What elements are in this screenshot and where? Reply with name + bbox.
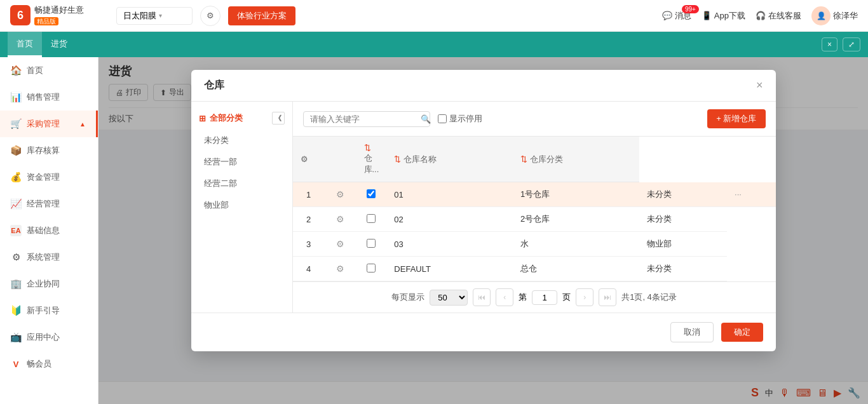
row-gear-icon[interactable]: ⚙ — [336, 189, 344, 199]
close-window-button[interactable]: × — [822, 37, 837, 51]
logo-icon: 6 — [10, 5, 31, 25]
th-name: ⇅ 仓库名称 — [386, 137, 513, 182]
sidebar-item-member[interactable]: V 畅会员 — [0, 351, 98, 377]
modal-footer: 取消 确定 — [191, 313, 776, 351]
nav-tab-home[interactable]: 首页 — [8, 32, 42, 57]
add-warehouse-button[interactable]: + 新增仓库 — [707, 109, 765, 128]
table-row[interactable]: 3 ⚙ 03 水 物业部 — [293, 232, 776, 257]
table-row[interactable]: 1 ⚙ 01 1号仓库 未分类 ··· — [293, 182, 776, 207]
message-item[interactable]: 💬 消息 99+ — [662, 10, 691, 22]
row-checkbox-cell — [356, 182, 387, 207]
more-icon[interactable]: ··· — [735, 189, 742, 199]
table-scroll: ⚙ ⇅ 仓库... ⇅ — [293, 137, 776, 281]
sidebar-label-home: 首页 — [27, 65, 43, 76]
row-gear-icon[interactable]: ⚙ — [336, 239, 344, 249]
sidebar-label-sales: 销售管理 — [27, 91, 60, 103]
row-code: 03 — [386, 232, 513, 257]
chevron-down-icon: ▾ — [159, 12, 162, 19]
sort-icon: ⇅ — [364, 143, 371, 152]
row-gear-icon[interactable]: ⚙ — [336, 214, 344, 224]
page-input[interactable] — [532, 290, 557, 305]
store-selector[interactable]: 日太阳膜 ▾ — [116, 7, 193, 25]
nav-tab-purchase[interactable]: 进货 — [42, 32, 76, 57]
row-code: 01 — [386, 182, 513, 207]
next-page-button[interactable]: › — [576, 288, 593, 306]
cancel-button[interactable]: 取消 — [670, 322, 714, 342]
category-item-dept1[interactable]: 经营一部 — [191, 151, 292, 173]
warehouse-table: ⚙ ⇅ 仓库... ⇅ — [293, 137, 776, 281]
row-name: 2号仓库 — [513, 207, 639, 232]
sidebar-item-home[interactable]: 🏠 首页 — [0, 57, 98, 84]
th-gear: ⚙ — [293, 137, 325, 182]
logo-tag: 精品版 — [34, 17, 58, 25]
sidebar-item-management[interactable]: 📈 经营管理 — [0, 191, 98, 217]
last-page-button[interactable]: ⏭ — [599, 288, 616, 306]
sidebar-item-finance[interactable]: 💰 资金管理 — [0, 164, 98, 191]
search-icon[interactable]: 🔍 — [421, 114, 431, 124]
inventory-icon: 📦 — [10, 145, 22, 156]
sidebar-item-basic-info[interactable]: EA 基础信息 — [0, 217, 98, 244]
sidebar-label-system: 系统管理 — [27, 252, 60, 263]
modal-body: ⊞ 全部分类 《 未分类 经营一部 经营二部 物业部 — [191, 102, 776, 313]
show-disabled-label[interactable]: 显示停用 — [438, 113, 482, 125]
row-code: DEFAULT — [386, 257, 513, 281]
sidebar-item-inventory[interactable]: 📦 库存核算 — [0, 137, 98, 164]
modal-close-button[interactable]: × — [756, 79, 763, 92]
trial-button[interactable]: 体验行业方案 — [228, 6, 295, 25]
logo-text: 畅捷通好生意 — [34, 5, 84, 16]
page-unit: 页 — [562, 292, 571, 303]
user-item[interactable]: 👤 徐泽华 — [811, 6, 858, 25]
sidebar-item-enterprise[interactable]: 🏢 企业协同 — [0, 271, 98, 297]
prev-page-button[interactable]: ‹ — [496, 288, 513, 306]
sidebar-item-guide[interactable]: 🔰 新手引导 — [0, 297, 98, 324]
online-service-item[interactable]: 🎧 在线客服 — [756, 10, 801, 22]
expand-button[interactable]: ⤢ — [843, 37, 860, 51]
sidebar-label-basic-info: 基础信息 — [27, 225, 60, 236]
per-page-label: 每页显示 — [391, 292, 424, 303]
row-gear-icon[interactable]: ⚙ — [336, 264, 344, 274]
first-page-button[interactable]: ⏮ — [473, 288, 491, 306]
member-icon: V — [10, 358, 22, 370]
header-right: 💬 消息 99+ 📱 App下载 🎧 在线客服 👤 徐泽华 — [662, 6, 858, 25]
table-row[interactable]: 4 ⚙ DEFAULT 总仓 未分类 — [293, 257, 776, 281]
sidebar-item-purchase[interactable]: 🛒 采购管理 ▲ — [0, 111, 98, 137]
row-checkbox[interactable] — [367, 239, 376, 248]
category-header[interactable]: ⊞ 全部分类 《 — [191, 107, 292, 130]
category-item-property[interactable]: 物业部 — [191, 194, 292, 216]
collapse-button[interactable]: 《 — [272, 112, 285, 125]
sidebar-label-member: 畅会员 — [27, 358, 51, 370]
settings-icon-button[interactable]: ⚙ — [200, 6, 220, 26]
row-category: 物业部 — [639, 232, 727, 257]
th-code: ⇅ 仓库... — [356, 137, 387, 182]
basic-info-icon: EA — [10, 225, 22, 236]
page-total: 共1页, 4条记录 — [621, 292, 677, 303]
row-gear-cell: ⚙ — [325, 257, 356, 281]
sidebar-label-purchase: 采购管理 — [27, 118, 60, 130]
row-gear-cell: ⚙ — [325, 182, 356, 207]
row-checkbox-cell — [356, 232, 387, 257]
gear-icon: ⚙ — [207, 11, 214, 20]
show-disabled-checkbox[interactable] — [438, 114, 447, 123]
table-row[interactable]: 2 ⚙ 02 2号仓库 未分类 — [293, 207, 776, 232]
sort-icon2: ⇅ — [394, 154, 401, 164]
sidebar-item-system[interactable]: ⚙ 系统管理 — [0, 244, 98, 271]
modal-overlay: 仓库 × ⊞ 全部分类 《 未分类 经营一部 — [98, 57, 868, 404]
per-page-select[interactable]: 50 100 200 — [430, 290, 468, 306]
row-checkbox[interactable] — [367, 189, 376, 198]
category-item-unclassified[interactable]: 未分类 — [191, 130, 292, 151]
row-checkbox[interactable] — [367, 264, 376, 273]
category-item-dept2[interactable]: 经营二部 — [191, 173, 292, 194]
confirm-button[interactable]: 确定 — [721, 323, 763, 342]
search-input[interactable] — [310, 114, 417, 124]
row-num: 3 — [293, 232, 325, 257]
category-all-label: 全部分类 — [210, 112, 243, 124]
app-download-item[interactable]: 📱 App下载 — [702, 10, 745, 22]
row-name: 水 — [513, 232, 639, 257]
sidebar-item-sales[interactable]: 📊 销售管理 — [0, 84, 98, 111]
category-sidebar: ⊞ 全部分类 《 未分类 经营一部 经营二部 物业部 — [191, 102, 293, 313]
row-num: 2 — [293, 207, 325, 232]
row-checkbox[interactable] — [367, 214, 376, 223]
row-code: 02 — [386, 207, 513, 232]
row-more[interactable]: ··· — [727, 182, 775, 207]
sidebar-item-app-center[interactable]: 📺 应用中心 — [0, 324, 98, 351]
